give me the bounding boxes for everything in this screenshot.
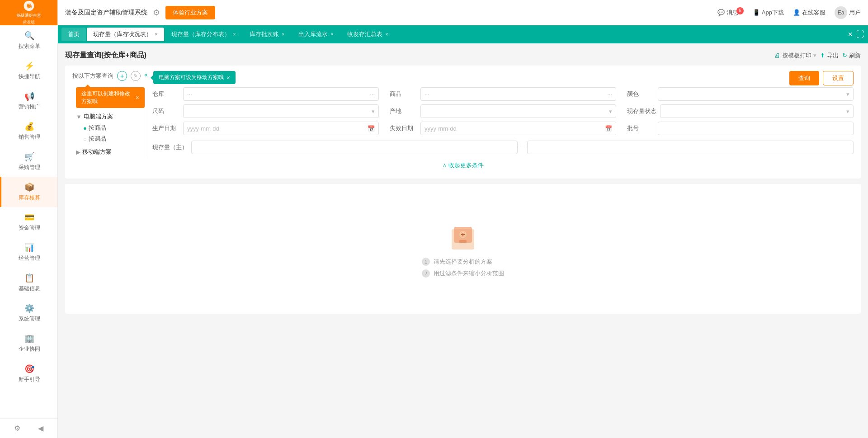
stock-status-label: 现存量状态 xyxy=(627,107,656,115)
print-btn[interactable]: 🖨 按模板打印 ▾ xyxy=(774,52,816,60)
tab-batch-ledger-label: 库存批次账 xyxy=(250,30,279,38)
print-label: 按模板打印 xyxy=(782,52,811,60)
size-arrow-icon: ▾ xyxy=(372,108,375,115)
tab-stock-status-close[interactable]: × xyxy=(155,31,158,38)
tab-stock-dist-close[interactable]: × xyxy=(233,31,236,38)
scheme-desktop-item[interactable]: ▼ 电脑端方案 xyxy=(72,111,145,122)
query-header-row: 按以下方案查询 + ✎ « 电脑方案可设为移动方案哦 × 查询 设置 xyxy=(72,71,854,85)
sidebar-item-label-sales: 销售管理 xyxy=(19,133,40,141)
filter-warehouse: 仓库 ··· ··· xyxy=(152,87,379,101)
sidebar-item-marketing[interactable]: 📢 营销推广 xyxy=(0,86,57,116)
product-dots-right: ··· xyxy=(607,91,612,98)
logo-version-text: 标准版 xyxy=(23,19,35,25)
create-tooltip-close[interactable]: × xyxy=(136,94,139,101)
sidebar-settings-btn[interactable]: ⚙ xyxy=(14,424,20,433)
app-label: App下载 xyxy=(762,9,784,17)
sidebar-item-label-purchase: 采购管理 xyxy=(19,164,40,171)
collapse-bar[interactable]: ∧ 收起更多条件 xyxy=(72,158,854,173)
create-tooltip: 这里可以创建和修改方案哦 × xyxy=(76,87,145,108)
svg-text:畅: 畅 xyxy=(26,3,31,9)
search-buttons: 查询 设置 xyxy=(789,71,854,85)
trial-button[interactable]: 体验行业方案 xyxy=(165,6,215,19)
exp-date-input[interactable]: yyyy-mm-dd 📅 xyxy=(420,122,616,135)
sidebar-item-label-quick: 快捷导航 xyxy=(19,73,40,80)
reset-button[interactable]: 设置 xyxy=(823,71,854,85)
tab-io-flow-close[interactable]: × xyxy=(330,31,334,38)
scheme-child-label-2: 按调品 xyxy=(89,135,106,143)
origin-select[interactable]: ▾ xyxy=(420,104,616,118)
tab-home[interactable]: 首页 xyxy=(61,28,86,41)
tab-collect-summary-close[interactable]: × xyxy=(385,31,388,38)
add-scheme-btn[interactable]: + xyxy=(117,71,127,81)
prod-date-input[interactable]: yyyy-mm-dd 📅 xyxy=(183,122,379,135)
scheme-desktop-label: 电脑端方案 xyxy=(84,113,113,121)
product-select[interactable]: ··· ··· xyxy=(420,87,616,101)
sidebar-item-sales[interactable]: 💰 销售管理 xyxy=(0,116,57,146)
message-btn[interactable]: 💬 消息 6 xyxy=(717,9,744,17)
tab-io-flow[interactable]: 出入库流水 × xyxy=(292,28,340,41)
support-icon: 👤 xyxy=(793,9,800,16)
filter-origin: 产地 ▾ xyxy=(390,104,616,118)
export-btn[interactable]: ⬆ 导出 xyxy=(820,52,839,60)
tab-stock-dist-label: 现存量（库存分布表） xyxy=(171,30,230,38)
sidebar-item-search-menu[interactable]: 🔍 搜索菜单 xyxy=(0,25,57,56)
sidebar-item-inventory[interactable]: 📦 库存核算 xyxy=(0,177,57,207)
batch-no-input[interactable] xyxy=(658,122,854,135)
support-label: 在线客服 xyxy=(802,9,826,17)
close-all-tabs-btn[interactable]: × xyxy=(848,30,853,39)
support-btn[interactable]: 👤 在线客服 xyxy=(793,9,826,17)
tab-stock-dist[interactable]: 现存量（库存分布表） × xyxy=(165,28,242,41)
sidebar-item-finance[interactable]: 💳 资金管理 xyxy=(0,207,57,237)
sidebar-collapse-btn[interactable]: ◀ xyxy=(38,424,43,433)
color-select[interactable]: ▾ xyxy=(658,87,854,101)
sidebar-item-enterprise[interactable]: 🏢 企业协同 xyxy=(0,328,57,358)
operations-icon: 📊 xyxy=(24,243,34,253)
product-label: 商品 xyxy=(390,90,417,98)
refresh-btn[interactable]: ↻ 刷新 xyxy=(842,52,861,60)
topbar-settings-icon[interactable]: ⚙ xyxy=(153,8,160,18)
stock-qty-max[interactable] xyxy=(527,141,854,154)
edit-scheme-btn[interactable]: ✎ xyxy=(131,71,141,81)
sidebar-item-label-inventory: 库存核算 xyxy=(19,194,40,202)
sidebar-item-quick-nav[interactable]: ⚡ 快捷导航 xyxy=(0,56,57,86)
radio-icon: ● xyxy=(83,125,87,132)
exp-date-placeholder: yyyy-mm-dd xyxy=(425,125,457,132)
quick-nav-icon: ⚡ xyxy=(24,61,34,71)
tab-batch-ledger-close[interactable]: × xyxy=(282,31,285,38)
user-area[interactable]: Ea 用户 xyxy=(835,6,861,19)
tab-batch-ledger[interactable]: 库存批次账 × xyxy=(243,28,291,41)
back-btn[interactable]: « xyxy=(144,71,148,78)
tab-collect-summary[interactable]: 收发存汇总表 × xyxy=(341,28,395,41)
size-label: 尺码 xyxy=(152,107,179,115)
prod-date-cal-icon: 📅 xyxy=(368,125,375,132)
sidebar-item-purchase[interactable]: 🛒 采购管理 xyxy=(0,146,57,177)
expand-tabs-btn[interactable]: ⛶ xyxy=(856,30,864,39)
search-button[interactable]: 查询 xyxy=(789,71,819,85)
topbar: 装备及固定资产辅助管理系统 ⚙ 体验行业方案 💬 消息 6 📱 App下载 👤 … xyxy=(58,0,868,25)
sidebar-item-operations[interactable]: 📊 经营管理 xyxy=(0,237,57,268)
tab-stock-status[interactable]: 现存量（库存状况表） × xyxy=(87,28,164,41)
scheme-child-label-1: 按商品 xyxy=(89,124,106,132)
sidebar-item-label-enterprise: 企业协同 xyxy=(19,345,40,353)
user-label: 用户 xyxy=(849,9,861,17)
scheme-desktop-arrow: ▼ xyxy=(76,113,82,120)
stock-status-select[interactable]: ▾ xyxy=(660,104,854,118)
scheme-tooltip-close[interactable]: × xyxy=(226,74,230,81)
page-actions: 🖨 按模板打印 ▾ ⬆ 导出 ↻ 刷新 xyxy=(774,52,861,60)
phone-icon: 📱 xyxy=(753,9,760,16)
stock-qty-min[interactable] xyxy=(191,141,518,154)
sidebar-item-guide[interactable]: 🎯 新手引导 xyxy=(0,358,57,389)
scheme-mobile-item[interactable]: ▶ 移动端方案 xyxy=(72,146,145,158)
sidebar-item-system[interactable]: ⚙️ 系统管理 xyxy=(0,298,57,328)
empty-state: 1 请先选择要分析的方案 2 用过滤条件来缩小分析范围 xyxy=(65,184,861,314)
app-download-btn[interactable]: 📱 App下载 xyxy=(753,9,784,17)
size-select[interactable]: ▾ xyxy=(183,104,379,118)
sidebar-item-basic-info[interactable]: 📋 基础信息 xyxy=(0,268,57,298)
tab-stock-status-label: 现存量（库存状况表） xyxy=(93,30,152,38)
scheme-tooltip-text: 电脑方案可设为移动方案哦 xyxy=(159,74,224,81)
scheme-child-sku[interactable]: ○ 按调品 xyxy=(83,133,145,144)
basic-info-icon: 📋 xyxy=(24,273,34,283)
scheme-tree: 这里可以创建和修改方案哦 × ▼ 电脑端方案 ● 按商品 xyxy=(72,87,145,158)
warehouse-select[interactable]: ··· ··· xyxy=(183,87,379,101)
scheme-child-product[interactable]: ● 按商品 xyxy=(83,122,145,133)
